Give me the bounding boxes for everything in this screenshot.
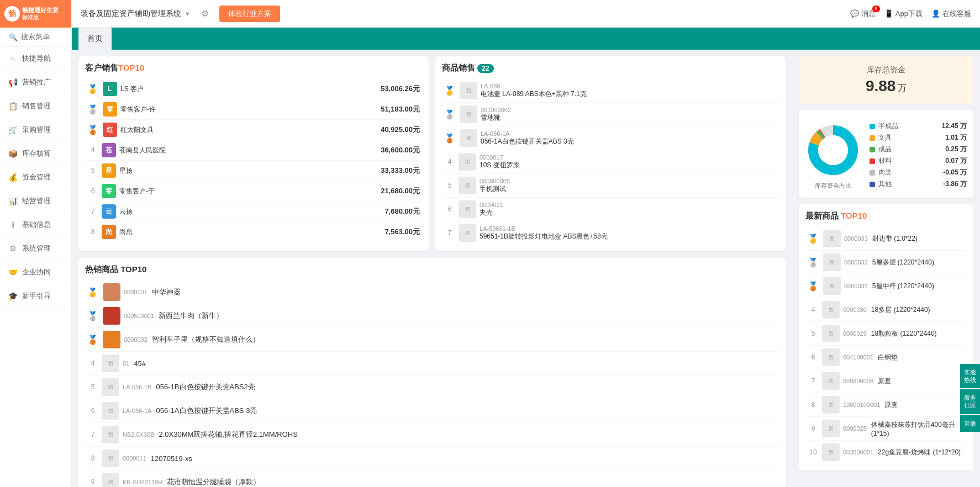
legend-dot-meat [870,170,875,176]
hot-thumb-1 [103,283,120,301]
search-label: 搜索菜单 [21,32,50,42]
customer-ranking-card: 客户销售TOP10 🥇 L LS 客户 53,006.26元 🥈 零 零售客 [78,56,429,251]
sidebar-item-purchase[interactable]: 🛒 采购管理 [0,118,71,142]
customer-avatar-2: 零 [103,102,117,117]
customer-value-3: 40,925.00元 [381,125,420,135]
experience-btn[interactable]: 体验行业方案 [219,6,280,22]
legend-name-finished: 成品 [878,145,945,154]
prod-name-3: 056-1A白色按键开关盖ABS 3壳 [481,137,777,146]
top-two-col: 客户销售TOP10 🥇 L LS 客户 53,006.26元 🥈 零 零售客 [78,56,786,251]
legend-val-material: 0.07 万 [945,156,967,166]
float-buttons: 客服热线 服务社区 直播 [960,364,980,432]
prod-info-7: LA-59651-1B 59651-1B旋转投影灯电池盒 ABS黑色+58壳 [480,225,777,241]
hot-name-3: 智利车子里（规格不知道填什么） [152,335,260,345]
product-rank-row-2: 🥈 图 001000002 雪地靴 [442,103,779,126]
hot-thumb-2 [103,307,120,325]
sidebar-item-operations[interactable]: 📊 经营管理 [0,189,71,213]
live-btn[interactable]: 直播 [960,415,980,432]
legend-name-material: 材料 [878,156,945,166]
prod-info-4: 0000017 10S 变扭罗浆 [480,154,777,170]
sidebar-item-marketing[interactable]: 📢 营销推广 [0,71,71,94]
hot-code-2: 000500001 [124,313,154,319]
messages-btn[interactable]: 💬 消息 6 [850,9,876,19]
inventory-value: 9.88 [866,77,896,94]
nav-label-basic-info: 基础信息 [22,220,51,230]
latest-name-7: 原查 [878,377,891,386]
topbar-title-area: 装备及固定资产辅助管理系统 ▼ [81,9,191,19]
operations-icon: 📊 [8,196,18,206]
system-icon: ⚙ [8,244,18,253]
right-panel: 库存总资金 9.88 万 [792,50,980,487]
sidebar-item-inventory[interactable]: 📦 库存核算 [0,142,71,166]
latest-thumb-3: 图 [823,277,841,295]
sidebar-item-quick-nav[interactable]: ⌂ 快捷导航 [0,47,71,71]
product-rank-row-4: 4 图 0000017 10S 变扭罗浆 [442,150,779,174]
hot-silver-2: 🥈 [87,311,98,321]
prod-name-7: 59651-1B旋转投影灯电池盒 ABS黑色+58壳 [480,232,777,241]
latest-products-table: 🥇 图 0000033 封边带 (1.0*22) 🥈 图 0000032 5厘多… [805,227,967,464]
sidebar-item-basic-info[interactable]: ℹ 基础信息 [0,213,71,237]
latest-name-2: 5厘多层 (1220*2440) [872,258,934,267]
legend-list: 半成品 12.45 万 文具 1.01 万 成品 0.25 万 [870,121,967,191]
inventory-chart-card: 库存资金占比 半成品 12.45 万 文具 1.01 万 [799,110,973,198]
customer-rank-num-7: 7 [87,208,98,215]
prod-info-6: 0000021 夹壳 [480,202,777,218]
customer-service-btn[interactable]: 客服热线 [960,364,980,389]
tab-home[interactable]: 首页 [78,28,112,50]
hot-bronze-3: 🥉 [87,335,98,345]
latest-rank-9: 9 [808,425,819,432]
latest-top10-label: TOP10 [841,211,867,220]
customer-value-5: 33,333.00元 [381,166,420,176]
community-btn[interactable]: 服务社区 [960,389,980,414]
prod-info-1: LA-089 电池盖 LA-089 ABS本色+黑种 7.1克 [481,83,777,99]
latest-bronze-3: 🥉 [808,281,819,292]
prod-silver-2: 🥈 [444,109,455,120]
latest-row-6: 6 图 004100001 白钢垫 [805,346,967,369]
latest-row-8: 8 图 10000100001 原查 [805,393,967,417]
hot-prod-row-2: 🥈 000500001 新西兰牛肉（新牛） [85,304,779,328]
legend-dot-stationery [870,135,875,141]
customer-ranking-title: 客户销售TOP10 [85,63,422,73]
hot-thumb-5: 图 [102,378,119,396]
silver-medal-2: 🥈 [87,104,98,115]
prod-info-3: LA-056-1A 056-1A白色按键开关盖ABS 3壳 [481,130,777,146]
latest-thumb-10: 图 [822,443,840,461]
sidebar-search[interactable]: 🔍 搜索菜单 [0,28,71,47]
hot-rank-9: 9 [87,478,98,486]
customer-avatar-4: 苍 [102,143,116,157]
legend-item-material: 材料 0.07 万 [870,156,967,166]
latest-row-1: 🥇 图 0000033 封边带 (1.0*22) [805,227,967,251]
latest-row-10: 10 图 003800001 22g鱼豆腐-烧烤味 (1*12*20) [805,441,967,464]
sidebar-item-sales[interactable]: 📋 销售管理 [0,94,71,118]
customer-rank-row-6: 6 零 零售客户-于 21,680.00元 [85,181,422,202]
app-download-btn[interactable]: 📱 App下载 [884,9,923,19]
settings-gear-icon[interactable]: ⚙ [197,6,213,22]
legend-val-meat: -0.05 万 [943,168,967,177]
latest-silver-2: 🥈 [808,257,819,268]
hot-name-5: 056-1B白色按键开关壳ABS2壳 [156,382,255,392]
latest-row-3: 🥉 图 0000031 5厘中纤 (1220*2440) [805,274,967,298]
customer-rank-num-5: 5 [87,167,98,174]
online-service-btn[interactable]: 👤 在线客服 [931,9,971,19]
nav-label-purchase: 采购管理 [22,125,51,135]
latest-gold-1: 🥇 [808,234,819,244]
dropdown-icon[interactable]: ▼ [185,10,191,17]
latest-rank-8: 8 [808,401,819,409]
donut-chart [805,123,861,178]
latest-row-9: 9 图 0000028 体械嘉枝味苏打饮品400毫升 (1*15) [805,417,967,441]
info-icon: ℹ [8,220,18,230]
latest-name-10: 22g鱼豆腐-烧烤味 (1*12*20) [878,448,961,457]
topbar-title: 装备及固定资产辅助管理系统 [81,9,181,19]
hot-thumb-3 [103,331,120,348]
customer-rank-row-1: 🥇 L LS 客户 53,006.26元 [85,79,422,99]
latest-code-4: 0000030 [843,306,867,313]
nav-label-newbie: 新手引导 [22,291,51,301]
legend-val-finished: 0.25 万 [945,145,967,154]
sidebar-logo: 畅 畅捷通好生意 标准版 [0,0,71,28]
sidebar-item-finance[interactable]: 💰 资金管理 [0,166,71,189]
sidebar-item-newbie[interactable]: 🎓 新手引导 [0,284,71,308]
customer-value-7: 7,680.00元 [384,207,420,216]
latest-thumb-8: 图 [822,396,840,414]
sidebar-item-enterprise[interactable]: 🤝 企业协同 [0,261,71,284]
sidebar-item-system[interactable]: ⚙ 系统管理 [0,237,71,261]
